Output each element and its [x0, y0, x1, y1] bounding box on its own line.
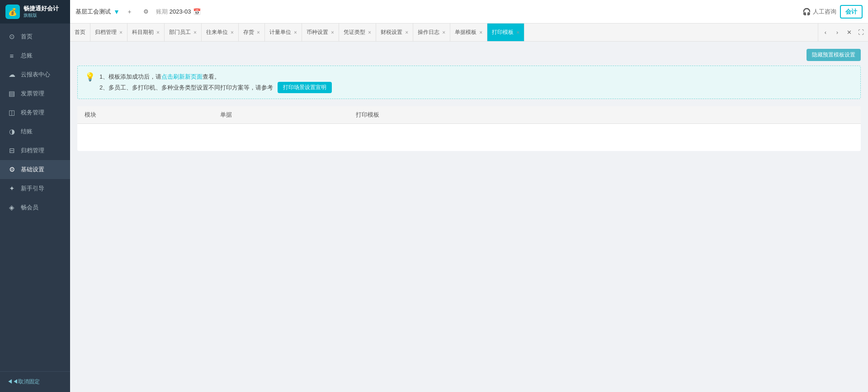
tab-label-slip_tpl: 单据模板	[455, 28, 476, 36]
logo-subtitle: 旗舰版	[24, 12, 59, 19]
tab-unit[interactable]: 计量单位×	[265, 24, 302, 41]
tab-label-subjects: 科目期初	[132, 28, 154, 36]
support-button[interactable]: 🎧 人工咨询	[802, 8, 836, 16]
tab-close-all-button[interactable]: ✕	[844, 27, 854, 38]
tab-close-unit[interactable]: ×	[294, 29, 297, 36]
cancel-fixed-button[interactable]: ◀◀取消固定	[0, 371, 70, 392]
tab-close-archive[interactable]: ×	[119, 29, 123, 36]
sidebar-label-settle: 结账	[21, 128, 33, 136]
sidebar-item-ledger[interactable]: ≡ 总账	[0, 46, 70, 65]
tab-vendor[interactable]: 往来单位×	[202, 24, 239, 41]
tab-close-vendor[interactable]: ×	[231, 29, 234, 36]
company-selector[interactable]: 基层工会测试 ▼	[75, 8, 120, 16]
add-tab-button[interactable]: ＋	[123, 5, 136, 18]
bulb-icon: 💡	[85, 72, 95, 82]
info-line2-prefix: 2、多员工、多打印机、多种业务类型设置不同打印方案等，请参考	[99, 82, 273, 93]
tab-slip_tpl[interactable]: 单据模板×	[450, 24, 487, 41]
col-template: 打印模板	[349, 106, 861, 123]
logo-title: 畅捷通好会计	[24, 5, 59, 12]
tab-subjects[interactable]: 科目期初×	[127, 24, 165, 41]
main-area: 基层工会测试 ▼ ＋ ⚙ 账期 2023-03 📅 🎧 人工咨询 会计 首页归档…	[70, 0, 868, 392]
tab-label-vendor: 往来单位	[206, 28, 228, 36]
tab-label-print_tpl: 打印模板	[492, 28, 514, 36]
tab-print_tpl[interactable]: 打印模板×	[487, 24, 524, 41]
tab-close-print_tpl[interactable]: ×	[516, 29, 519, 36]
tab-label-home: 首页	[75, 28, 85, 36]
sidebar-icon-tax: ◫	[7, 108, 16, 117]
info-line1-suffix: 查看。	[203, 73, 220, 80]
company-dropdown-icon[interactable]: ▼	[113, 8, 120, 15]
sidebar-item-member[interactable]: ◈ 畅会员	[0, 198, 70, 217]
tab-currency[interactable]: 币种设置×	[302, 24, 339, 41]
period-display: 账期 2023-03 📅	[156, 8, 201, 16]
sidebar-item-home[interactable]: ⊙ 首页	[0, 27, 70, 46]
tab-archive[interactable]: 归档管理×	[90, 24, 127, 41]
tab-tax_settings[interactable]: 财税设置×	[376, 24, 413, 41]
top-header: 基层工会测试 ▼ ＋ ⚙ 账期 2023-03 📅 🎧 人工咨询 会计	[70, 0, 868, 24]
tab-close-slip_tpl[interactable]: ×	[479, 29, 482, 36]
support-label: 人工咨询	[813, 8, 836, 16]
tab-close-oplog[interactable]: ×	[442, 29, 445, 36]
sidebar: 💰 畅捷通好会计 旗舰版 ⊙ 首页 ≡ 总账 ☁ 云报表中心 ▤ 发票管理 ◫ …	[0, 0, 70, 392]
sidebar-item-reports[interactable]: ☁ 云报表中心	[0, 65, 70, 84]
tab-label-inventory: 存货	[243, 28, 254, 36]
tab-label-oplog: 操作日志	[418, 28, 439, 36]
sidebar-icon-member: ◈	[7, 203, 16, 212]
tab-close-voucher[interactable]: ×	[368, 29, 371, 36]
tab-close-dept[interactable]: ×	[193, 29, 197, 36]
tab-label-tax_settings: 财税设置	[381, 28, 402, 36]
tab-oplog[interactable]: 操作日志×	[413, 24, 450, 41]
refresh-link[interactable]: 点击刷新新页面	[161, 73, 203, 80]
calendar-icon[interactable]: 📅	[193, 8, 201, 15]
sidebar-label-reports: 云报表中心	[21, 71, 50, 79]
headset-icon: 🎧	[802, 8, 811, 16]
logo-text: 畅捷通好会计 旗舰版	[24, 5, 59, 19]
sidebar-icon-reports: ☁	[7, 70, 16, 79]
period-value: 2023-03	[170, 8, 191, 15]
period-label: 账期	[156, 8, 168, 16]
tab-dept[interactable]: 部门员工×	[165, 24, 202, 41]
tab-close-subjects[interactable]: ×	[156, 29, 160, 36]
print-template-table: 模块 单据 打印模板	[77, 106, 861, 151]
sidebar-item-guide[interactable]: ✦ 新手引导	[0, 179, 70, 198]
sidebar-label-archive: 归档管理	[21, 146, 44, 155]
tab-label-unit: 计量单位	[269, 28, 291, 36]
info-box: 💡 1、模板添加成功后，请点击刷新新页面查看。 2、多员工、多打印机、多种业务类…	[77, 66, 861, 99]
col-slip: 单据	[213, 106, 349, 123]
sidebar-label-invoice: 发票管理	[21, 90, 44, 98]
tab-expand-button[interactable]: ⛶	[855, 27, 866, 38]
company-name: 基层工会测试	[75, 8, 111, 16]
sidebar-icon-invoice: ▤	[7, 89, 16, 98]
sidebar-icon-settings: ⚙	[7, 165, 16, 174]
kuaiji-button[interactable]: 会计	[840, 5, 863, 19]
sidebar-item-invoice[interactable]: ▤ 发票管理	[0, 84, 70, 103]
tab-prev-button[interactable]: ‹	[820, 27, 831, 38]
print-explain-button[interactable]: 打印场景设置宣明	[278, 82, 332, 93]
hide-preview-button[interactable]: 隐藏预置模板设置	[807, 49, 861, 61]
logo-icon: 💰	[5, 5, 20, 19]
table-header: 模块 单据 打印模板	[77, 106, 861, 124]
tab-voucher[interactable]: 凭证类型×	[339, 24, 376, 41]
sidebar-item-archive[interactable]: ⊟ 归档管理	[0, 141, 70, 160]
sidebar-item-settings[interactable]: ⚙ 基础设置	[0, 160, 70, 179]
tab-bar-controls: ‹ › ✕ ⛶	[818, 24, 868, 41]
tab-close-inventory[interactable]: ×	[257, 29, 260, 36]
tab-bar: 首页归档管理×科目期初×部门员工×往来单位×存货×计量单位×币种设置×凭证类型×…	[70, 24, 868, 42]
col-module: 模块	[77, 106, 213, 123]
tab-label-dept: 部门员工	[169, 28, 191, 36]
sidebar-label-home: 首页	[21, 33, 33, 41]
tab-close-tax_settings[interactable]: ×	[405, 29, 408, 36]
sidebar-item-tax[interactable]: ◫ 税务管理	[0, 103, 70, 122]
tab-next-button[interactable]: ›	[832, 27, 843, 38]
sidebar-icon-settle: ◑	[7, 127, 16, 136]
info-text: 1、模板添加成功后，请点击刷新新页面查看。 2、多员工、多打印机、多种业务类型设…	[99, 71, 332, 93]
sidebar-logo: 💰 畅捷通好会计 旗舰版	[0, 0, 70, 24]
sidebar-item-settle[interactable]: ◑ 结账	[0, 122, 70, 141]
sidebar-label-settings: 基础设置	[21, 165, 44, 174]
tab-inventory[interactable]: 存货×	[239, 24, 265, 41]
settings-icon-button[interactable]: ⚙	[140, 5, 152, 18]
sidebar-label-tax: 税务管理	[21, 109, 44, 117]
tab-home[interactable]: 首页	[70, 24, 90, 41]
tab-close-currency[interactable]: ×	[331, 29, 334, 36]
content-actions: 隐藏预置模板设置	[77, 49, 861, 61]
